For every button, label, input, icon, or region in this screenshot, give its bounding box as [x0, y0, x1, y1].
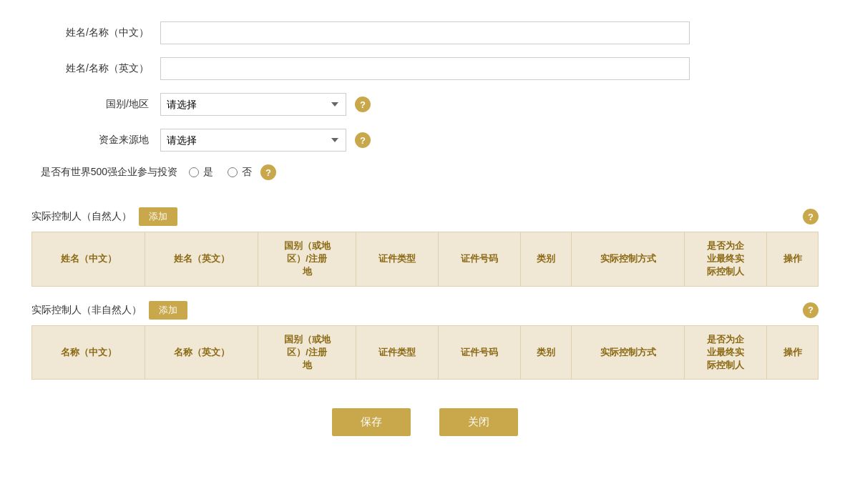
natural-person-table-head: 姓名（中文） 姓名（英文） 国别（或地区）/注册地 证件类型 证件号码 类别 实… [32, 232, 819, 287]
fund-source-label: 资金来源地 [31, 134, 160, 147]
name-cn-input[interactable] [160, 21, 690, 44]
col-category: 类别 [520, 232, 572, 287]
non-natural-person-header: 实际控制人（非自然人） 添加 ? [31, 301, 819, 320]
fortune500-yes-option[interactable]: 是 [189, 166, 213, 179]
col-org-country: 国别（或地区）/注册地 [258, 325, 356, 380]
fund-source-select[interactable]: 请选择 [160, 129, 346, 152]
natural-person-help-icon[interactable]: ? [803, 209, 819, 224]
natural-person-header: 实际控制人（自然人） 添加 ? [31, 207, 819, 226]
col-country: 国别（或地区）/注册地 [258, 232, 356, 287]
fortune500-row: 是否有世界500强企业参与投资 是 否 ? [31, 164, 819, 180]
fortune500-yes-radio[interactable] [189, 167, 199, 177]
col-cert-type: 证件类型 [356, 232, 438, 287]
name-cn-row: 姓名/名称（中文） [31, 21, 819, 44]
col-org-control-method: 实际控制方式 [572, 325, 685, 380]
col-cert-no: 证件号码 [438, 232, 520, 287]
col-is-final-controller: 是否为企业最终实际控制人 [685, 232, 767, 287]
col-name-en: 姓名（英文） [145, 232, 258, 287]
bottom-buttons: 保存 关闭 [31, 408, 819, 436]
name-en-row: 姓名/名称（英文） [31, 57, 819, 80]
natural-person-table: 姓名（中文） 姓名（英文） 国别（或地区）/注册地 证件类型 证件号码 类别 实… [31, 232, 819, 287]
col-control-method: 实际控制方式 [572, 232, 685, 287]
col-org-cert-no: 证件号码 [438, 325, 520, 380]
form-section: 姓名/名称（中文） 姓名/名称（英文） 国别/地区 请选择 ? 资金来源地 请选… [31, 21, 819, 436]
natural-person-section: 实际控制人（自然人） 添加 ? 姓名（中文） 姓名（英文） 国别（或地区）/注册… [31, 207, 819, 287]
fortune500-no-option[interactable]: 否 [228, 166, 252, 179]
col-org-cert-type: 证件类型 [356, 325, 438, 380]
col-org-name-en: 名称（英文） [145, 325, 258, 380]
non-natural-person-section: 实际控制人（非自然人） 添加 ? 名称（中文） 名称（英文） 国别（或地区）/注… [31, 301, 819, 380]
save-button[interactable]: 保存 [332, 408, 411, 436]
close-button[interactable]: 关闭 [439, 408, 518, 436]
col-org-is-final-controller: 是否为企业最终实际控制人 [685, 325, 767, 380]
col-operation: 操作 [767, 232, 819, 287]
fortune500-yes-label: 是 [203, 166, 213, 179]
name-cn-label: 姓名/名称（中文） [31, 26, 160, 39]
fund-source-help-icon[interactable]: ? [355, 132, 371, 148]
country-row: 国别/地区 请选择 ? [31, 93, 819, 116]
fortune500-help-icon[interactable]: ? [260, 164, 276, 180]
country-select[interactable]: 请选择 [160, 93, 346, 116]
col-org-category: 类别 [520, 325, 572, 380]
col-org-operation: 操作 [767, 325, 819, 380]
non-natural-person-help-icon[interactable]: ? [803, 302, 819, 318]
non-natural-person-add-button[interactable]: 添加 [149, 301, 187, 320]
non-natural-person-title: 实际控制人（非自然人） [31, 304, 142, 317]
natural-person-header-row: 姓名（中文） 姓名（英文） 国别（或地区）/注册地 证件类型 证件号码 类别 实… [32, 232, 819, 287]
col-org-name-cn: 名称（中文） [32, 325, 145, 380]
natural-person-title: 实际控制人（自然人） [31, 210, 132, 223]
non-natural-person-table: 名称（中文） 名称（英文） 国别（或地区）/注册地 证件类型 证件号码 类别 实… [31, 325, 819, 380]
natural-person-add-button[interactable]: 添加 [139, 207, 177, 226]
fortune500-radio-group: 是 否 [189, 166, 252, 179]
fortune500-label: 是否有世界500强企业参与投资 [31, 166, 189, 179]
name-en-input[interactable] [160, 57, 690, 80]
fund-source-row: 资金来源地 请选择 ? [31, 129, 819, 152]
fortune500-no-label: 否 [242, 166, 252, 179]
country-help-icon[interactable]: ? [355, 97, 371, 112]
name-en-label: 姓名/名称（英文） [31, 62, 160, 75]
non-natural-person-table-head: 名称（中文） 名称（英文） 国别（或地区）/注册地 证件类型 证件号码 类别 实… [32, 325, 819, 380]
fortune500-no-radio[interactable] [228, 167, 238, 177]
non-natural-person-header-row: 名称（中文） 名称（英文） 国别（或地区）/注册地 证件类型 证件号码 类别 实… [32, 325, 819, 380]
col-name-cn: 姓名（中文） [32, 232, 145, 287]
country-label: 国别/地区 [31, 98, 160, 111]
